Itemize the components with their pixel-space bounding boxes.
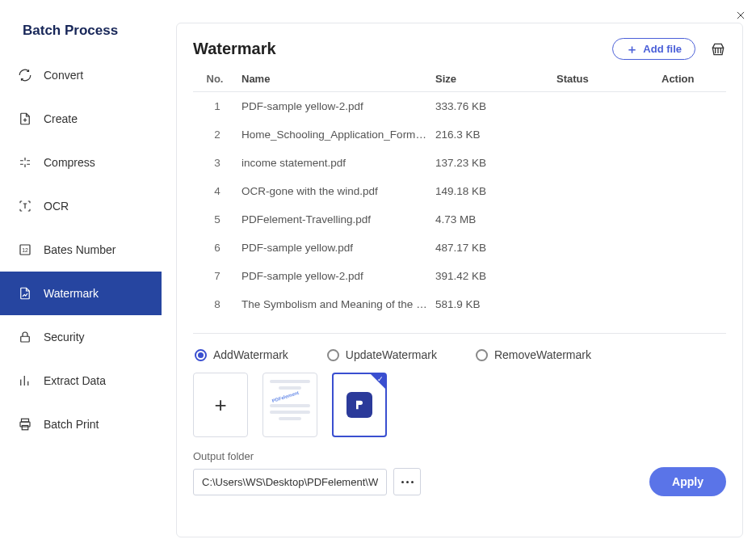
sidebar-item-label: Security — [44, 331, 85, 343]
cell-no: 7 — [193, 270, 242, 282]
sidebar-item-ocr[interactable]: OCR — [0, 184, 162, 228]
extract-data-icon — [18, 373, 32, 388]
sidebar-item-label: Bates Number — [44, 243, 116, 256]
table-row[interactable]: 2 Home_Schooling_Application_Form.pdf 21… — [193, 120, 726, 149]
table-row[interactable]: 6 PDF-sample yellow.pdf 487.17 KB — [193, 234, 726, 262]
lock-icon — [18, 330, 32, 344]
radio-update-watermark[interactable]: UpdateWatermark — [327, 348, 437, 361]
radio-label: RemoveWatermark — [494, 348, 591, 361]
cell-name: Home_Schooling_Application_Form.pdf — [242, 129, 435, 141]
ocr-icon — [18, 199, 32, 213]
bates-icon: 12 — [18, 242, 32, 257]
table-row[interactable]: 3 income statement.pdf 137.23 KB — [193, 149, 726, 177]
sidebar-item-convert[interactable]: Convert — [0, 53, 162, 97]
cell-name: The Symbolism and Meaning of the Col... — [242, 298, 435, 310]
cell-name: OCR-gone with the wind.pdf — [242, 185, 435, 197]
print-icon — [18, 417, 32, 432]
clear-list-icon[interactable] — [710, 41, 726, 57]
svg-rect-2 — [21, 336, 30, 342]
table-row[interactable]: 8 The Symbolism and Meaning of the Col..… — [193, 290, 726, 318]
cell-size: 216.3 KB — [435, 129, 556, 141]
sidebar-item-extract[interactable]: Extract Data — [0, 359, 162, 402]
sidebar-item-label: Extract Data — [44, 374, 106, 387]
col-header-action: Action — [662, 73, 726, 85]
cell-name: income statement.pdf — [242, 157, 435, 169]
check-icon — [371, 374, 385, 389]
sidebar-item-watermark[interactable]: Watermark — [0, 272, 162, 315]
radio-dot-icon — [195, 349, 207, 361]
convert-icon — [18, 68, 32, 82]
output-folder-label: Output folder — [193, 450, 726, 462]
watermark-text-preview: PDFelement — [271, 390, 300, 403]
files-table: No. Name Size Status Action 1 PDF-sample… — [193, 66, 726, 318]
create-icon — [18, 112, 32, 126]
cell-size: 4.73 MB — [435, 213, 556, 225]
table-row[interactable]: 5 PDFelement-Travelling.pdf 4.73 MB — [193, 205, 726, 234]
sidebar: Batch Process Convert Create Compress OC… — [0, 0, 162, 552]
apply-button[interactable]: Apply — [649, 467, 726, 496]
cell-no: 1 — [193, 100, 242, 112]
table-row[interactable]: 1 PDF-sample yellow-2.pdf 333.76 KB — [193, 92, 726, 120]
main-panel: Watermark ＋ Add file No. Name Size St — [176, 23, 743, 537]
cell-size: 581.9 KB — [435, 298, 556, 310]
cell-no: 4 — [193, 185, 242, 197]
watermark-mode-radios: AddWatermark UpdateWatermark RemoveWater… — [193, 345, 726, 373]
col-header-name: Name — [242, 73, 435, 85]
divider — [193, 333, 726, 334]
sidebar-item-security[interactable]: Security — [0, 315, 162, 359]
add-file-button[interactable]: ＋ Add file — [612, 38, 695, 60]
cell-no: 3 — [193, 157, 242, 169]
table-row[interactable]: 4 OCR-gone with the wind.pdf 149.18 KB — [193, 177, 726, 205]
panel-title: Watermark — [193, 40, 276, 58]
add-watermark-tile[interactable]: + — [193, 373, 248, 437]
cell-name: PDF-sample yellow-2.pdf — [242, 270, 435, 282]
cell-size: 137.23 KB — [435, 157, 556, 169]
watermark-tiles: + PDFelement — [193, 373, 726, 437]
cell-size: 391.42 KB — [435, 270, 556, 282]
sidebar-item-label: Create — [44, 112, 78, 125]
col-header-status: Status — [556, 73, 662, 85]
sidebar-item-label: OCR — [44, 200, 69, 213]
watermark-preview-text-tile[interactable]: PDFelement — [262, 373, 317, 437]
close-button[interactable] — [735, 8, 746, 25]
add-file-label: Add file — [643, 43, 682, 55]
radio-dot-icon — [327, 349, 339, 361]
cell-no: 5 — [193, 213, 242, 225]
cell-name: PDFelement-Travelling.pdf — [242, 213, 435, 225]
browse-folder-button[interactable] — [393, 468, 421, 495]
cell-size: 333.76 KB — [435, 100, 556, 112]
sidebar-item-label: Batch Print — [44, 418, 99, 431]
cell-no: 2 — [193, 129, 242, 141]
radio-remove-watermark[interactable]: RemoveWatermark — [476, 348, 591, 361]
table-row[interactable]: 7 PDF-sample yellow-2.pdf 391.42 KB — [193, 262, 726, 290]
sidebar-item-compress[interactable]: Compress — [0, 141, 162, 184]
cell-size: 487.17 KB — [435, 242, 556, 254]
app-title: Batch Process — [0, 0, 162, 53]
watermark-icon — [18, 286, 32, 301]
output-folder-input[interactable] — [193, 469, 387, 495]
cell-size: 149.18 KB — [435, 185, 556, 197]
plus-icon: + — [214, 393, 226, 418]
sidebar-item-batch-print[interactable]: Batch Print — [0, 402, 162, 446]
cell-name: PDF-sample yellow.pdf — [242, 242, 435, 254]
cell-name: PDF-sample yellow-2.pdf — [242, 100, 435, 112]
svg-rect-5 — [22, 426, 28, 430]
sidebar-item-label: Convert — [44, 69, 83, 82]
svg-text:12: 12 — [22, 247, 28, 253]
sidebar-item-bates[interactable]: 12 Bates Number — [0, 228, 162, 272]
sidebar-item-label: Watermark — [44, 287, 99, 300]
radio-dot-icon — [476, 349, 488, 361]
compress-icon — [18, 155, 32, 170]
col-header-size: Size — [435, 73, 556, 85]
sidebar-item-create[interactable]: Create — [0, 97, 162, 141]
plus-icon: ＋ — [626, 43, 638, 55]
radio-add-watermark[interactable]: AddWatermark — [195, 348, 288, 361]
radio-label: UpdateWatermark — [346, 348, 437, 361]
col-header-no: No. — [193, 73, 242, 85]
cell-no: 8 — [193, 298, 242, 310]
pdfelement-logo-icon — [346, 392, 372, 418]
cell-no: 6 — [193, 242, 242, 254]
radio-label: AddWatermark — [213, 348, 288, 361]
watermark-preview-logo-tile[interactable] — [332, 373, 387, 437]
sidebar-item-label: Compress — [44, 156, 95, 169]
